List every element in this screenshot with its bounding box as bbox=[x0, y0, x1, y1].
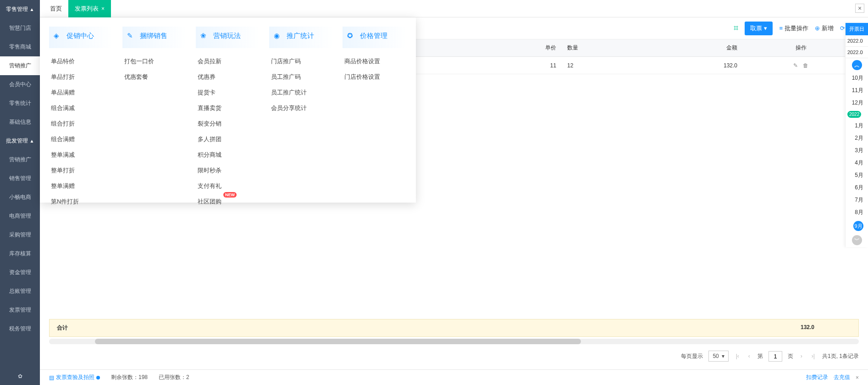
mega-item[interactable]: 组合满减 bbox=[49, 100, 113, 116]
page-summary: 共1页, 1条记录 bbox=[822, 352, 859, 360]
mega-item[interactable]: 积分商城 bbox=[196, 147, 260, 163]
sidebar-group-retail[interactable]: 零售管理 ▲ bbox=[0, 0, 40, 19]
page-input[interactable] bbox=[768, 351, 782, 362]
delete-icon[interactable]: 🗑 bbox=[803, 62, 808, 69]
mega-item[interactable]: 员工推广统计 bbox=[269, 85, 333, 100]
batch-button[interactable]: ≡批量操作 bbox=[779, 24, 808, 33]
mega-item[interactable]: 组合打折 bbox=[49, 116, 113, 132]
first-page-button[interactable]: |‹ bbox=[734, 353, 741, 359]
timeline-date[interactable]: 2022.0 bbox=[846, 47, 868, 58]
sidebar-item-baseinfo[interactable]: 基础信息 bbox=[0, 113, 40, 132]
timeline-month[interactable]: 11月 bbox=[846, 84, 868, 97]
mega-item[interactable]: 门店推广码 bbox=[269, 54, 333, 69]
sidebar-item-retailmall[interactable]: 零售商城 bbox=[0, 38, 40, 56]
mega-item[interactable]: 打包一口价 bbox=[122, 54, 187, 69]
deduct-link[interactable]: 扣费记录 bbox=[806, 374, 828, 381]
timeline-month[interactable]: 8月 bbox=[846, 206, 868, 219]
next-page-button[interactable]: › bbox=[799, 353, 804, 359]
add-button[interactable]: ⊕新增 bbox=[815, 24, 834, 33]
timeline-header[interactable]: 开票日 bbox=[846, 23, 868, 35]
timeline-date[interactable]: 2022.0 bbox=[846, 35, 868, 47]
mega-title: 捆绑销售 bbox=[140, 32, 167, 40]
mega-head-bundle: ✎ 捆绑销售 bbox=[122, 27, 187, 48]
mega-item[interactable]: 单品打折 bbox=[49, 69, 113, 85]
mega-item[interactable]: 提货卡 bbox=[196, 85, 260, 100]
sidebar-item-tax[interactable]: 税务管理 bbox=[0, 319, 40, 338]
mega-col-play: ❀ 营销玩法 会员拉新优惠券提货卡直播卖货裂变分销多人拼团积分商城限时秒杀支付有… bbox=[191, 27, 265, 193]
sidebar-item-purchase[interactable]: 采购管理 bbox=[0, 226, 40, 244]
mega-item[interactable]: 直播卖货 bbox=[196, 100, 260, 116]
sidebar-item-ledger[interactable]: 总账管理 bbox=[0, 282, 40, 301]
mega-item[interactable]: 组合满赠 bbox=[49, 132, 113, 147]
total-label: 合计 bbox=[57, 324, 68, 332]
mega-item[interactable]: 商品价格设置 bbox=[343, 54, 407, 69]
sidebar-item-ws-sales[interactable]: 销售管理 bbox=[0, 169, 40, 188]
scroll-up-icon[interactable]: ︽ bbox=[852, 60, 862, 70]
sidebar-item-ws-marketing[interactable]: 营销推广 bbox=[0, 150, 40, 169]
sidebar-item-invoice[interactable]: 发票管理 bbox=[0, 301, 40, 319]
tab-home[interactable]: 首页 bbox=[44, 0, 68, 17]
sidebar-item-smartstore[interactable]: 智慧门店 bbox=[0, 19, 40, 38]
timeline-month[interactable]: 7月 bbox=[846, 194, 868, 206]
get-invoice-button[interactable]: 取票 ▾ bbox=[745, 22, 773, 35]
mega-item[interactable]: 社区团购NEW bbox=[196, 194, 260, 209]
sidebar-item-ecom-mgmt[interactable]: 电商管理 bbox=[0, 207, 40, 226]
close-footer-icon[interactable]: × bbox=[856, 374, 859, 381]
mega-item[interactable]: 整单打折 bbox=[49, 163, 113, 178]
scrollbar-thumb[interactable] bbox=[95, 339, 581, 344]
qr-icon[interactable]: ⌗ bbox=[734, 23, 738, 33]
col-ops: 操作 bbox=[743, 39, 859, 57]
sidebar-item-retailstats[interactable]: 零售统计 bbox=[0, 94, 40, 113]
timeline-month[interactable]: 12月 bbox=[846, 97, 868, 109]
mega-item[interactable]: 单品满赠 bbox=[49, 85, 113, 100]
new-badge: NEW bbox=[223, 192, 237, 198]
close-all-tabs-button[interactable]: × bbox=[855, 4, 864, 13]
last-page-button[interactable]: ›| bbox=[810, 353, 817, 359]
scroll-down-icon[interactable]: ︾ bbox=[852, 235, 862, 245]
tab-invoice-list[interactable]: 发票列表 × bbox=[68, 0, 111, 17]
mega-item[interactable]: 优惠券 bbox=[196, 69, 260, 85]
verify-link[interactable]: ▤ 发票查验及拍照 bbox=[49, 374, 100, 381]
per-page-select[interactable]: 50 ▾ bbox=[708, 351, 728, 362]
col-qty[interactable]: 数量 bbox=[562, 39, 647, 57]
mega-item[interactable]: 第N件打折 bbox=[49, 194, 113, 209]
mega-item[interactable]: 多人拼团 bbox=[196, 132, 260, 147]
sidebar-item-funds[interactable]: 资金管理 bbox=[0, 263, 40, 282]
timeline-month[interactable]: 1月 bbox=[846, 120, 868, 132]
mega-item[interactable]: 整单满赠 bbox=[49, 178, 113, 194]
edit-icon[interactable]: ✎ bbox=[793, 62, 798, 69]
mega-item[interactable]: 限时秒杀 bbox=[196, 163, 260, 178]
remain-count: 剩余张数：198 bbox=[111, 374, 148, 381]
mega-item[interactable]: 整单满减 bbox=[49, 147, 113, 163]
col-price[interactable]: 单价 bbox=[476, 39, 562, 57]
timeline-month[interactable]: 9月 bbox=[846, 219, 868, 233]
timeline-month[interactable]: 2月 bbox=[846, 132, 868, 144]
sidebar-item-marketing[interactable]: 营销推广 bbox=[0, 56, 40, 75]
mega-item[interactable]: 会员拉新 bbox=[196, 54, 260, 69]
timeline-month[interactable]: 6月 bbox=[846, 182, 868, 194]
close-icon[interactable]: × bbox=[101, 6, 105, 12]
sidebar-item-ecom[interactable]: 小畅电商 bbox=[0, 188, 40, 207]
prev-page-button[interactable]: ‹ bbox=[746, 353, 752, 359]
timeline-month[interactable]: 3月 bbox=[846, 144, 868, 157]
play-icon: ❀ bbox=[198, 30, 209, 41]
timeline-month[interactable]: 4月 bbox=[846, 157, 868, 169]
sidebar-item-member[interactable]: 会员中心 bbox=[0, 75, 40, 94]
mega-item[interactable]: 会员分享统计 bbox=[269, 100, 333, 116]
settings-icon[interactable]: ✿ bbox=[0, 368, 40, 385]
cell-amount: 132.0 bbox=[647, 57, 743, 74]
mega-item[interactable]: 优惠套餐 bbox=[122, 69, 187, 85]
recharge-link[interactable]: 去充值 bbox=[834, 374, 850, 381]
mega-item[interactable]: 裂变分销 bbox=[196, 116, 260, 132]
sidebar-group-wholesale[interactable]: 批发管理 ▲ bbox=[0, 132, 40, 150]
mega-item[interactable]: 支付有礼 bbox=[196, 178, 260, 194]
mega-item[interactable]: 单品特价 bbox=[49, 54, 113, 69]
timeline-month[interactable]: 10月 bbox=[846, 72, 868, 84]
mega-item[interactable]: 门店价格设置 bbox=[343, 69, 407, 85]
horizontal-scrollbar[interactable] bbox=[49, 339, 859, 344]
col-amount[interactable]: 金额 bbox=[647, 39, 743, 57]
mega-title: 营销玩法 bbox=[213, 32, 241, 40]
mega-item[interactable]: 员工推广码 bbox=[269, 69, 333, 85]
timeline-month[interactable]: 5月 bbox=[846, 169, 868, 182]
sidebar-item-inventory[interactable]: 库存核算 bbox=[0, 244, 40, 263]
